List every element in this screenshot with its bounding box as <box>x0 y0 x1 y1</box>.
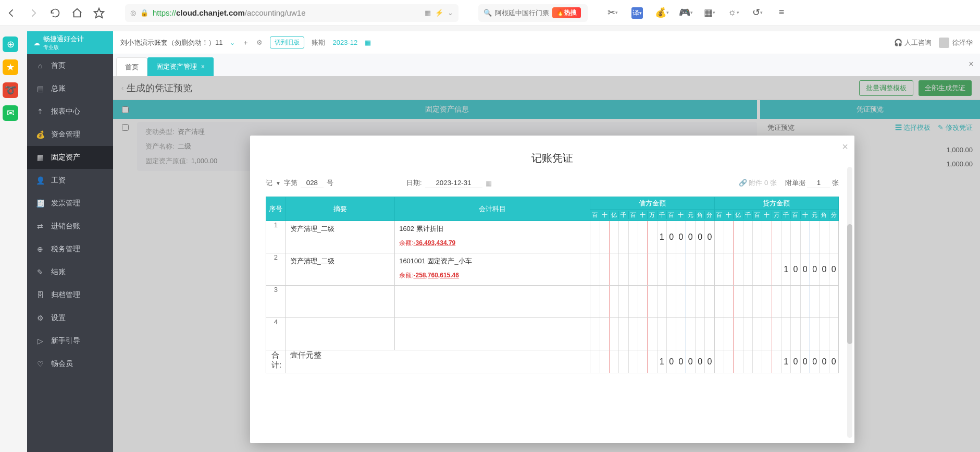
total-words: 壹仟元整 <box>286 350 590 373</box>
sidebar-icon: 👤 <box>35 176 45 185</box>
sidebar-icon: ⇄ <box>35 222 45 230</box>
sun-icon[interactable]: ☼▾ <box>728 7 739 18</box>
shield-icon: ◎ <box>130 9 136 17</box>
sidebar-item-10[interactable]: 🗄归档管理 <box>27 284 113 307</box>
th-debit: 借方金额 <box>590 197 714 210</box>
back-icon[interactable] <box>5 7 18 19</box>
close-panel-button[interactable]: × <box>964 57 978 71</box>
voucher-modal: × 记账凭证 记 ▼ 字第 号 日期: ▦ 🔗 附件 0 张 附单据 张 序号 … <box>250 136 854 443</box>
calendar-icon[interactable]: ▦ <box>486 179 492 187</box>
os-dock: ⊕ ★ ➰ ✉ <box>0 36 21 121</box>
voucher-table: 序号 摘要 会计科目 借方金额 贷方金额 百十亿千百十万千百十元角分 百十亿千百… <box>266 197 839 373</box>
grid-icon[interactable]: ▦▾ <box>704 7 715 18</box>
sidebar-icon: 💰 <box>35 130 45 139</box>
sidebar-item-13[interactable]: ♡畅会员 <box>27 352 113 375</box>
sidebar-item-3[interactable]: 💰资金管理 <box>27 123 113 146</box>
sidebar-item-label: 报表中心 <box>51 107 80 116</box>
switch-old-button[interactable]: 切到旧版 <box>270 36 304 48</box>
svg-marker-0 <box>94 8 104 17</box>
th-subject: 会计科目 <box>395 197 590 221</box>
sidebar-icon: 🗄 <box>35 291 45 299</box>
extension-icons: ✂▾ 译▾ 💰▾ 🎮▾ ▦▾ ☼▾ ↺▾ ≡ <box>607 7 787 19</box>
sidebar-icon: ▤ <box>35 84 45 93</box>
chevron-down-icon[interactable]: ▼ <box>276 180 281 186</box>
tab-fixed-assets[interactable]: 固定资产管理× <box>147 57 214 76</box>
sidebar-item-0[interactable]: ⌂首页 <box>27 54 113 77</box>
sidebar-item-11[interactable]: ⚙设置 <box>27 307 113 329</box>
slip-count-input[interactable] <box>807 178 830 188</box>
th-summary: 摘要 <box>286 197 395 221</box>
wallet-icon[interactable]: 💰▾ <box>656 7 667 18</box>
brand: ☁ 畅捷通好会计专业版 <box>27 31 113 54</box>
home-icon[interactable] <box>71 7 83 19</box>
voucher-date-input[interactable] <box>425 178 482 188</box>
plus-icon[interactable]: ＋ <box>242 38 249 47</box>
tabs: 首页 固定资产管理× × <box>113 54 980 76</box>
lock-icon: 🔒 <box>140 9 148 17</box>
sidebar-icon: ⇡ <box>35 107 45 116</box>
search-placeholder: 阿根廷中国行门票 <box>495 8 549 18</box>
cloud-icon: ☁ <box>33 39 40 47</box>
modal-scrollbar[interactable] <box>847 167 852 438</box>
star-icon[interactable] <box>93 7 105 19</box>
gear-icon[interactable]: ⚙ <box>256 39 263 46</box>
sidebar-item-label: 发票管理 <box>51 199 80 208</box>
voucher-row[interactable]: 3 <box>266 286 839 318</box>
sidebar-item-4[interactable]: ▦固定资产 <box>27 146 113 169</box>
attachment-link: 🔗 附件 0 张 <box>739 178 777 188</box>
voucher-number-input[interactable] <box>301 178 324 188</box>
period-value[interactable]: 2023-12 <box>332 39 357 46</box>
game-icon[interactable]: 🎮▾ <box>680 7 691 18</box>
address-bar[interactable]: ◎ 🔒 https://cloud.chanjet.com/accounting… <box>125 4 458 22</box>
topbar: 刘小艳演示账套（勿删勿动！）11 ⌄ ＋ ⚙ 切到旧版 账期 2023-12 ▦… <box>113 31 980 54</box>
dock-app-3[interactable]: ➰ <box>3 82 18 98</box>
sidebar-item-label: 固定资产 <box>51 153 80 162</box>
sidebar-item-9[interactable]: ✎结账 <box>27 261 113 284</box>
sidebar-item-6[interactable]: 🧾发票管理 <box>27 192 113 215</box>
close-icon[interactable]: × <box>201 63 205 70</box>
th-credit: 贷方金额 <box>714 197 838 210</box>
sidebar-item-label: 畅会员 <box>51 359 73 369</box>
sidebar-item-7[interactable]: ⇄进销台账 <box>27 215 113 238</box>
modal-close-icon[interactable]: × <box>842 141 848 153</box>
avatar[interactable]: 徐泽华 <box>939 38 973 48</box>
sidebar-item-label: 资金管理 <box>51 130 80 139</box>
history-icon[interactable]: ↺▾ <box>752 7 763 18</box>
hot-badge: 🔥热搜 <box>552 7 581 18</box>
translate-icon[interactable]: 译▾ <box>631 7 643 19</box>
chevron-down-icon[interactable]: ⌄ <box>448 9 453 17</box>
sidebar-item-8[interactable]: ⊕税务管理 <box>27 238 113 261</box>
brand-name: 畅捷通好会计 <box>43 35 84 43</box>
modal-title: 记账凭证 <box>266 151 839 165</box>
voucher-type[interactable]: 记 <box>266 178 272 188</box>
sidebar: ☁ 畅捷通好会计专业版 ⌂首页▤总账⇡报表中心💰资金管理▦固定资产👤工资🧾发票管… <box>27 31 113 452</box>
dock-app-1[interactable]: ⊕ <box>3 36 18 52</box>
reload-icon[interactable] <box>49 7 61 19</box>
sidebar-icon: 🧾 <box>35 199 45 207</box>
dock-app-4[interactable]: ✉ <box>3 105 18 121</box>
tab-home[interactable]: 首页 <box>116 57 147 76</box>
headset-icon[interactable]: 🎧 人工咨询 <box>894 38 932 47</box>
sidebar-icon: ⌂ <box>35 62 45 70</box>
bolt-icon[interactable]: ⚡ <box>435 9 443 17</box>
calendar-icon[interactable]: ▦ <box>365 39 371 46</box>
search-icon: 🔍 <box>483 9 492 17</box>
chevron-down-icon[interactable]: ⌄ <box>230 39 235 46</box>
voucher-row[interactable]: 4 <box>266 318 839 350</box>
sidebar-item-12[interactable]: ▷新手引导 <box>27 329 113 352</box>
qr-icon[interactable]: ▦ <box>425 9 431 17</box>
sidebar-item-5[interactable]: 👤工资 <box>27 169 113 192</box>
account-name[interactable]: 刘小艳演示账套（勿删勿动！）11 <box>120 38 222 47</box>
menu-icon[interactable]: ≡ <box>776 7 787 18</box>
forward-icon[interactable] <box>27 7 40 19</box>
voucher-row[interactable]: 1资产清理_二级1602 累计折旧余额:-36,493,434.79100000 <box>266 221 839 253</box>
brand-edition: 专业版 <box>43 44 84 51</box>
sidebar-item-2[interactable]: ⇡报表中心 <box>27 100 113 123</box>
scissors-icon[interactable]: ✂▾ <box>607 7 618 18</box>
sidebar-item-1[interactable]: ▤总账 <box>27 77 113 100</box>
sidebar-icon: ▷ <box>35 337 45 345</box>
sidebar-icon: ✎ <box>35 268 45 276</box>
dock-app-2[interactable]: ★ <box>3 59 18 75</box>
search-box[interactable]: 🔍 阿根廷中国行门票 🔥热搜 <box>478 4 588 22</box>
voucher-row[interactable]: 2资产清理_二级1601001 固定资产_小车余额:-258,760,615.4… <box>266 253 839 286</box>
